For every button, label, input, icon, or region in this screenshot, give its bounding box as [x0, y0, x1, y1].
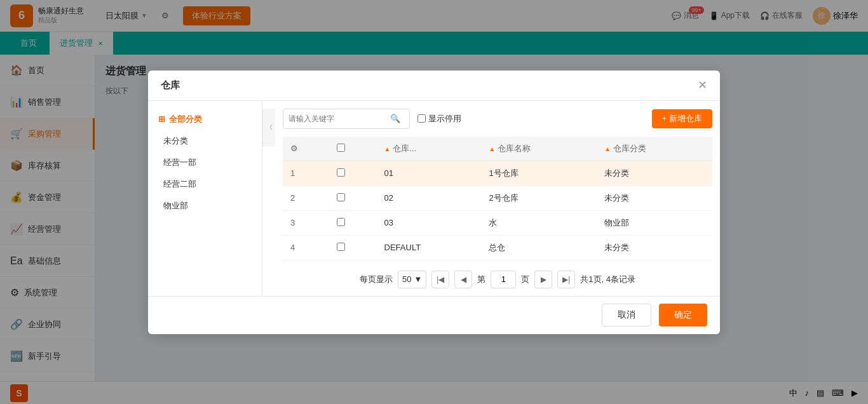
- row-num: 1: [283, 161, 329, 185]
- col-category[interactable]: ▲仓库分类: [597, 137, 712, 161]
- page-input[interactable]: [491, 271, 516, 288]
- modal-header: 仓库 ✕: [148, 71, 720, 101]
- search-icon: 🔍: [390, 114, 400, 123]
- show-disabled-checkbox[interactable]: [417, 114, 426, 123]
- sort-icon: ▲: [384, 145, 391, 152]
- cancel-button[interactable]: 取消: [602, 304, 651, 327]
- modal-body: ⊞ 全部分类 未分类 经营一部 经营二部 物业部 《 🔍: [148, 101, 720, 296]
- row-checkbox[interactable]: [337, 193, 345, 201]
- sort-icon-category: ▲: [604, 145, 611, 152]
- table-toolbar: 🔍 显示停用 + 新增仓库: [283, 109, 712, 129]
- category-item-none[interactable]: 未分类: [148, 130, 262, 152]
- modal-footer: 取消 确定: [148, 296, 720, 334]
- chevron-left-icon: 《: [266, 123, 273, 132]
- col-code[interactable]: ▲仓库...: [377, 137, 482, 161]
- modal-close-button[interactable]: ✕: [698, 78, 707, 92]
- warehouse-table: ⚙ ▲仓库... ▲仓库名称 ▲仓库分类 1 01 1号仓库: [283, 137, 712, 260]
- add-warehouse-button[interactable]: + 新增仓库: [652, 109, 712, 128]
- pagination: 每页显示 50 ▼ |◀ ◀ 第 页 ▶ ▶| 共1页, 4条记录: [283, 271, 712, 288]
- search-box: 🔍: [283, 109, 410, 129]
- warehouse-modal: 仓库 ✕ ⊞ 全部分类 未分类 经营一部 经营二部 物业部 《: [148, 71, 720, 334]
- category-item-1[interactable]: 经营一部: [148, 152, 262, 173]
- col-check: [329, 137, 377, 161]
- confirm-button[interactable]: 确定: [659, 304, 707, 327]
- row-checkbox[interactable]: [337, 243, 345, 251]
- table-panel: 🔍 显示停用 + 新增仓库 ⚙ ▲仓库...: [275, 101, 720, 296]
- row-checkbox[interactable]: [337, 218, 345, 226]
- table-row[interactable]: 2 02 2号仓库 未分类: [283, 185, 712, 210]
- table-row[interactable]: 4 DEFAULT 总仓 未分类: [283, 235, 712, 260]
- next-page-button[interactable]: ▶: [534, 271, 552, 288]
- modal-overlay: 仓库 ✕ ⊞ 全部分类 未分类 经营一部 经营二部 物业部 《: [0, 0, 868, 404]
- per-page-select[interactable]: 50 ▼: [398, 271, 426, 288]
- table-row[interactable]: 1 01 1号仓库 未分类: [283, 161, 712, 185]
- modal-title: 仓库: [161, 79, 180, 91]
- sort-icon-name: ▲: [489, 145, 495, 152]
- category-item-3[interactable]: 物业部: [148, 195, 262, 217]
- row-num: 4: [283, 235, 329, 260]
- row-num: 3: [283, 210, 329, 235]
- row-checkbox[interactable]: [337, 168, 345, 177]
- category-panel: ⊞ 全部分类 未分类 经营一部 经营二部 物业部: [148, 101, 262, 296]
- col-name[interactable]: ▲仓库名称: [481, 137, 597, 161]
- category-item-2[interactable]: 经营二部: [148, 173, 262, 195]
- category-all[interactable]: ⊞ 全部分类: [148, 109, 262, 130]
- row-num: 2: [283, 185, 329, 210]
- last-page-button[interactable]: ▶|: [557, 271, 575, 288]
- show-disabled-label[interactable]: 显示停用: [417, 113, 461, 125]
- table-row[interactable]: 3 03 水 物业部: [283, 210, 712, 235]
- grid-icon: ⊞: [158, 114, 165, 124]
- collapse-panel-button[interactable]: 《: [262, 109, 275, 147]
- prev-page-button[interactable]: ◀: [454, 271, 472, 288]
- select-all-checkbox[interactable]: [337, 144, 345, 152]
- dropdown-icon: ▼: [414, 274, 422, 284]
- search-input[interactable]: [288, 114, 390, 123]
- col-settings: ⚙: [283, 137, 329, 161]
- first-page-button[interactable]: |◀: [431, 271, 449, 288]
